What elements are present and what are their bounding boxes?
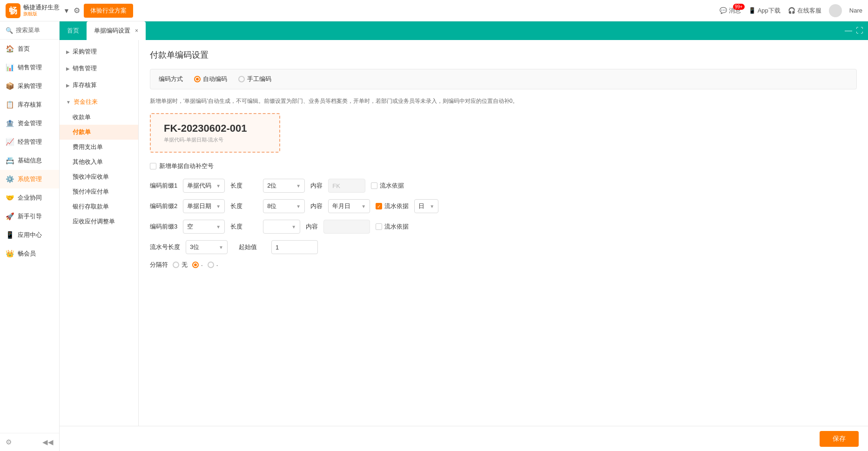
serial-row: 流水号长度 3位 ▼ 起始值 [150,240,857,254]
sidebar: 🔍 搜索菜单 🏠 首页 📊 销售管理 📦 采购管理 📋 库存核算 🏦 资金管理 … [0,21,60,451]
sep-dash-radio[interactable]: · [208,262,218,269]
prefix2-label: 编码前缀2 [150,202,177,210]
serial-length-arrow-icon: ▼ [219,245,223,250]
gear-icon[interactable]: ⚙ [74,6,80,15]
nav-group-sales: ▶ 销售管理 [60,61,138,76]
user-name: Nare [849,7,862,14]
separator-label: 分隔符 [150,261,168,269]
code-preview-value: FK-20230602-001 [164,122,266,135]
bottom-bar: 保存 [60,426,868,451]
nav-group-sales-title[interactable]: ▶ 销售管理 [60,61,138,76]
minimize-icon[interactable]: — [845,27,852,35]
nav-child-expense[interactable]: 费用支出单 [60,140,138,155]
serial-check3[interactable]: 流水依据 [376,222,409,231]
length1-select[interactable]: 2位 ▼ [263,179,305,193]
sidebar-item-system[interactable]: ⚙️ 系统管理 [0,170,59,188]
brand-text: 畅捷通好生意 旗舰版 [23,4,60,18]
nav-child-adjust[interactable]: 应收应付调整单 [60,214,138,229]
nav-group-inventory: ▶ 库存核算 [60,77,138,93]
online-service-btn[interactable]: 🎧 在线客服 [788,7,821,15]
sidebar-item-sales[interactable]: 📊 销售管理 [0,58,59,77]
sep-none-radio[interactable]: 无 [173,261,188,269]
sales-icon: 📊 [6,63,14,72]
trial-button[interactable]: 体验行业方案 [84,4,133,18]
nav-child-other-income[interactable]: 其他收入单 [60,155,138,169]
sep-dot-radio[interactable]: · [192,262,203,269]
length1-arrow-icon: ▼ [296,183,301,188]
enterprise-icon: 🤝 [6,194,14,202]
message-btn[interactable]: 💬 消息 99+ [720,7,741,15]
sidebar-item-enterprise[interactable]: 🤝 企业协同 [0,188,59,207]
serial-length-label: 流水号长度 [150,243,180,251]
length3-label: 长度 [230,222,257,231]
sep-none-dot [173,262,179,268]
tab-home[interactable]: 首页 [60,21,87,40]
sidebar-item-basic[interactable]: 📇 基础信息 [0,151,59,170]
nav-child-receipt[interactable]: 收款单 [60,110,138,125]
sidebar-item-finance[interactable]: 🏦 资金管理 [0,114,59,133]
start-value-input[interactable] [271,240,318,254]
water-arrow2-icon: ▼ [430,204,434,209]
code-preview-box: FK-20230602-001 单据代码-单据日期-流水号 [150,113,280,153]
manual-encode-dot [238,76,245,82]
app-download-btn[interactable]: 📱 App下载 [748,7,781,15]
sidebar-item-purchase[interactable]: 📦 采购管理 [0,77,59,95]
prefix1-select[interactable]: 单据代码 ▼ [183,179,225,193]
maximize-icon[interactable]: ⛶ [856,27,863,35]
settings-footer-icon[interactable]: ⚙ [6,438,12,446]
tab-encode-settings[interactable]: 单据编码设置 × [87,21,146,40]
nav-group-inventory-title[interactable]: ▶ 库存核算 [60,77,138,93]
top-bar-right: 💬 消息 99+ 📱 App下载 🎧 在线客服 Nare [720,4,862,17]
nav-child-prepaid-receivable[interactable]: 预收冲应收单 [60,169,138,184]
management-icon: 📈 [6,138,14,146]
info-text: 新增单据时，'单据编码'自动生成，不可编辑。前缀设置为部门、业务员等档案类，开单… [150,97,857,106]
headset-icon: 🎧 [788,7,795,14]
form-row-2: 编码前缀2 单据日期 ▼ 长度 8位 ▼ 内容 年月日 ▼ [150,199,857,213]
prefix3-label: 编码前缀3 [150,222,177,231]
sidebar-item-management[interactable]: 📈 经营管理 [0,133,59,151]
start-value-label: 起始值 [239,243,266,251]
home-icon: 🏠 [6,45,14,53]
tab-close-icon[interactable]: × [135,27,138,34]
dropdown-arrow-icon[interactable]: ▼ [63,7,70,14]
encode-type-row: 编码方式 自动编码 手工编码 [150,69,857,89]
form-row-1: 编码前缀1 单据代码 ▼ 长度 2位 ▼ 内容 FK 流水依据 [150,179,857,193]
length2-label: 长度 [230,202,257,210]
message-badge: 99+ [733,4,745,10]
sidebar-item-inventory[interactable]: 📋 库存核算 [0,95,59,114]
nav-child-bank[interactable]: 银行存取款单 [60,199,138,214]
length3-select[interactable]: ▼ [263,220,300,234]
content2-select[interactable]: 年月日 ▼ [328,199,370,213]
nav-group-funds-title[interactable]: ▼ 资金往来 [60,94,138,110]
manual-encode-radio[interactable]: 手工编码 [238,75,271,83]
brand-icon: 畅 [6,3,20,18]
guide-icon: 🚀 [6,212,14,221]
sidebar-item-member[interactable]: 👑 畅会员 [0,244,59,263]
serial-length-select[interactable]: 3位 ▼ [186,240,228,254]
auto-encode-radio[interactable]: 自动编码 [194,75,227,83]
nav-child-payment[interactable]: 付款单 [60,125,138,140]
prefix3-select[interactable]: 空 ▼ [183,220,225,234]
water-select2[interactable]: 日 ▼ [414,199,438,213]
sidebar-item-guide[interactable]: 🚀 新手引导 [0,207,59,226]
serial-check2[interactable]: ✓ 流水依据 [376,202,409,210]
apps-icon: 📱 [6,231,14,239]
nav-group-purchase-title[interactable]: ▶ 采购管理 [60,44,138,60]
save-button[interactable]: 保存 [820,431,859,447]
auto-fill-label: 新增单据自动补空号 [159,162,214,170]
collapse-icon[interactable]: ◀◀ [42,438,54,446]
sidebar-item-home[interactable]: 🏠 首页 [0,40,59,58]
prefix2-select[interactable]: 单据日期 ▼ [183,199,225,213]
content3-label: 内容 [306,222,318,231]
prefix1-label: 编码前缀1 [150,182,177,190]
prefix1-arrow-icon: ▼ [216,183,221,188]
auto-fill-checkbox[interactable] [150,163,156,169]
user-avatar[interactable] [829,4,842,17]
serial-check1[interactable]: 流水依据 [371,182,404,190]
nav-child-prepaid-payable[interactable]: 预付冲应付单 [60,184,138,199]
search-menu-btn[interactable]: 🔍 搜索菜单 [0,21,59,40]
top-bar: 畅 畅捷通好生意 旗舰版 ▼ ⚙ 体验行业方案 💬 消息 99+ 📱 App下载… [0,0,868,21]
search-icon: 🔍 [6,27,13,34]
sidebar-item-apps[interactable]: 📱 应用中心 [0,226,59,244]
length2-select[interactable]: 8位 ▼ [263,199,305,213]
